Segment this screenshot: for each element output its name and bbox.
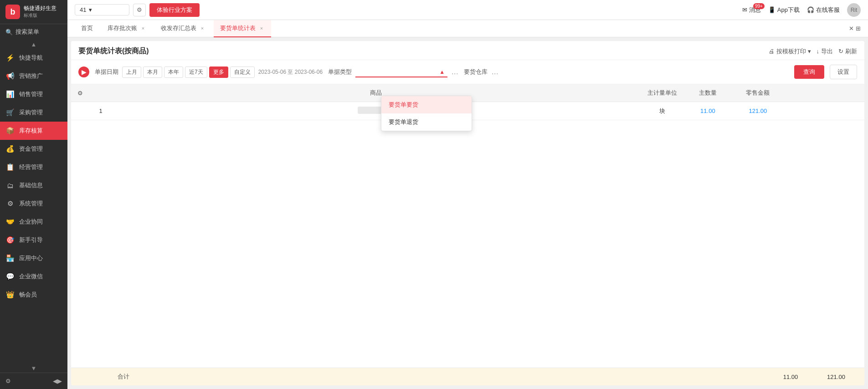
app-download-button[interactable]: 📱 App下载: [768, 6, 800, 14]
page-content: 要货单统计表(按商品) 🖨 按模板打印 ▾ ↓ 导出 ↻ 刷新 ▶: [71, 41, 864, 385]
type-dropdown: 要货单要货 要货单退货: [381, 96, 472, 131]
sidebar-item-appstore[interactable]: 🏪应用中心: [0, 249, 67, 267]
filter-settings-button[interactable]: 设置: [830, 65, 857, 79]
type-filter-group: 单据类型 ▲ …: [328, 67, 458, 77]
store-number: 41: [80, 6, 86, 13]
row-num-cell: 1: [89, 102, 112, 120]
query-button[interactable]: 查询: [794, 65, 824, 79]
sidebar-item-guide[interactable]: 🎯新手引导: [0, 231, 67, 249]
dropdown-item-order-out[interactable]: 要货单退货: [381, 113, 472, 131]
warehouse-more-button[interactable]: …: [491, 68, 498, 76]
expand-tabs-icon: ⊞: [856, 25, 861, 32]
type-select-input[interactable]: [355, 67, 447, 77]
row-qty-cell: 11.00: [685, 102, 730, 120]
menu-label-operation: 经营管理: [19, 163, 43, 171]
tab-close-order-stat[interactable]: ×: [258, 25, 265, 31]
tab-close-inventory-batch[interactable]: ×: [140, 25, 146, 31]
settings-icon[interactable]: ⚙: [5, 378, 11, 384]
date-btn-this-year[interactable]: 本年: [164, 67, 183, 78]
sidebar-item-operation[interactable]: 📋经营管理: [0, 158, 67, 176]
tab-order-stat[interactable]: 要货单统计表 ×: [214, 20, 271, 37]
date-btn-more[interactable]: 更多: [209, 67, 228, 78]
type-select-wrapper: ▲: [355, 67, 447, 77]
sidebar-item-inventory[interactable]: 📦库存核算: [0, 122, 67, 140]
menu-label-wechat: 企业微信: [19, 272, 43, 281]
store-selector[interactable]: 41 ▾: [75, 4, 129, 15]
tab-label-collect-summary: 收发存汇总表: [161, 24, 196, 32]
sidebar-item-base[interactable]: 🗂基础信息: [0, 176, 67, 194]
topbar: 41 ▾ ⚙ 体验行业方案 ✉ 消息 99+ 📱 App下载 🎧 在线客服 Ri…: [67, 0, 868, 20]
date-btn-custom[interactable]: 自定义: [230, 67, 255, 78]
tab-close-collect-summary[interactable]: ×: [199, 25, 205, 31]
sidebar-item-enterprise[interactable]: 🤝企业协同: [0, 213, 67, 231]
menu-label-sales: 销售管理: [19, 90, 43, 98]
sidebar-menu: ⚡快捷导航📢营销推广📊销售管理🛒采购管理📦库存核算💰资金管理📋经营管理🗂基础信息…: [0, 49, 67, 363]
search-icon: 🔍: [5, 29, 13, 36]
col-product-header: 商品: [112, 84, 639, 102]
collapse-icon[interactable]: ◀▶: [53, 378, 62, 384]
tabs-close-all[interactable]: ✕ ⊞: [849, 25, 861, 32]
print-button[interactable]: 🖨 按模板打印 ▾: [769, 47, 811, 56]
menu-label-guide: 新手引导: [19, 236, 43, 244]
footer-qty: 11.00: [768, 374, 813, 380]
avatar[interactable]: Rit: [847, 3, 861, 17]
topbar-gear-button[interactable]: ⚙: [133, 4, 146, 16]
type-filter-label: 单据类型: [328, 68, 352, 76]
export-label: 导出: [821, 47, 833, 56]
menu-icon-wechat: 💬: [5, 272, 15, 281]
footer-amount: 121.00: [813, 374, 859, 380]
sidebar-item-finance[interactable]: 💰资金管理: [0, 140, 67, 158]
sidebar-item-system[interactable]: ⚙系统管理: [0, 194, 67, 213]
sidebar-item-quick-nav[interactable]: ⚡快捷导航: [0, 49, 67, 67]
col-amount-header: 零售金额: [730, 84, 785, 102]
table-settings-icon[interactable]: ⚙: [77, 90, 83, 97]
sidebar-search[interactable]: 🔍 搜索菜单: [0, 24, 67, 40]
date-btn-this-month[interactable]: 本月: [143, 67, 162, 78]
messages-button[interactable]: ✉ 消息 99+: [742, 6, 761, 14]
menu-label-system: 系统管理: [19, 200, 43, 208]
filter-more-button[interactable]: …: [451, 68, 458, 76]
sidebar-item-vip[interactable]: 👑畅会员: [0, 286, 67, 304]
menu-icon-marketing: 📢: [5, 72, 15, 80]
sidebar-scroll-up[interactable]: ▲: [0, 40, 67, 49]
sidebar-item-sales[interactable]: 📊销售管理: [0, 85, 67, 103]
sidebar-scroll-down[interactable]: ▼: [0, 363, 67, 373]
dropdown-item-order-in[interactable]: 要货单要货: [381, 96, 472, 113]
refresh-icon: ↻: [838, 48, 843, 55]
date-btn-7days[interactable]: 近7天: [185, 67, 207, 78]
trial-button[interactable]: 体验行业方案: [149, 3, 200, 17]
messages-badge: 99+: [753, 3, 765, 9]
menu-label-marketing: 营销推广: [19, 72, 43, 80]
refresh-button[interactable]: ↻ 刷新: [838, 47, 857, 56]
close-all-icon: ✕: [849, 25, 854, 32]
qty-link[interactable]: 11.00: [700, 107, 715, 114]
menu-icon-enterprise: 🤝: [5, 218, 15, 226]
menu-icon-purchase: 🛒: [5, 108, 15, 117]
sidebar-item-marketing[interactable]: 📢营销推广: [0, 67, 67, 85]
store-dropdown-icon: ▾: [89, 6, 92, 13]
menu-icon-system: ⚙: [5, 200, 15, 208]
filter-expand-button[interactable]: ▶: [78, 67, 89, 77]
date-filter-label: 单据日期: [95, 68, 118, 76]
warehouse-filter-group: 要货仓库 …: [464, 68, 498, 76]
date-btn-last-month[interactable]: 上月: [122, 67, 141, 78]
online-service-button[interactable]: 🎧 在线客服: [807, 6, 840, 14]
row-settings-cell: [71, 102, 89, 120]
date-filter-group: 单据日期 上月 本月 本年 近7天 更多 自定义 2023-05-06 至 20…: [95, 67, 323, 78]
row-amount-cell: 121.00: [730, 102, 785, 120]
row-unit-cell: 块: [639, 102, 685, 120]
print-label: 按模板打印: [776, 47, 806, 56]
warehouse-filter-label: 要货仓库: [464, 68, 488, 76]
sidebar-item-purchase[interactable]: 🛒采购管理: [0, 103, 67, 122]
amount-link[interactable]: 121.00: [749, 107, 767, 114]
tab-home[interactable]: 首页: [75, 20, 99, 37]
sidebar-bottom: ⚙ ◀▶: [0, 373, 67, 389]
menu-icon-guide: 🎯: [5, 236, 15, 244]
tab-collect-summary[interactable]: 收发存汇总表 ×: [154, 20, 212, 37]
sidebar-logo: b 畅捷通好生意 标准版: [0, 0, 67, 24]
sidebar: b 畅捷通好生意 标准版 🔍 搜索菜单 ▲ ⚡快捷导航📢营销推广📊销售管理🛒采购…: [0, 0, 67, 389]
export-button[interactable]: ↓ 导出: [817, 47, 833, 56]
app-download-label: App下载: [777, 6, 800, 14]
sidebar-item-wechat[interactable]: 💬企业微信: [0, 267, 67, 286]
tab-inventory-batch[interactable]: 库存批次账 ×: [101, 20, 153, 37]
